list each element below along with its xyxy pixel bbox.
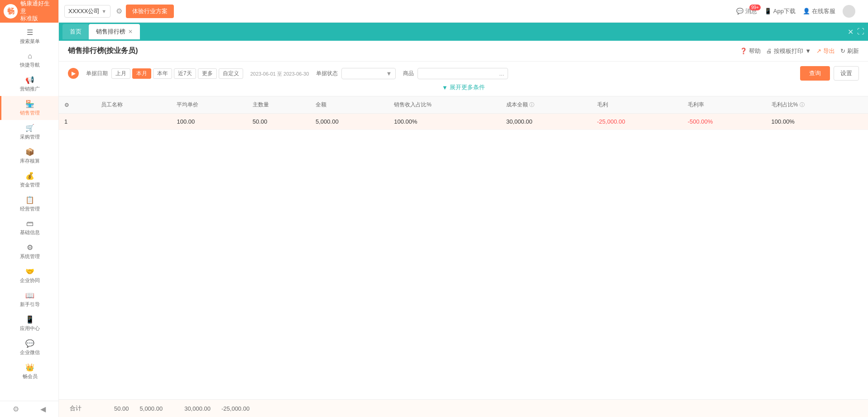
message-button[interactable]: 💬 消息 99+ (736, 7, 757, 15)
logo-text: 畅康通好生意 标准版 (20, 0, 55, 23)
this-month-btn[interactable]: 本月 (132, 68, 151, 79)
refresh-button[interactable]: ↻ 刷新 (840, 47, 859, 55)
sidebar-item-corp-wechat[interactable]: 💬 企业微信 (0, 336, 58, 359)
date-range-display: 2023-06-01 至 2023-06-30 (250, 71, 309, 77)
sidebar-item-operations[interactable]: 📋 经营管理 (0, 192, 58, 216)
goods-more-icon[interactable]: ... (499, 70, 504, 77)
sidebar-item-app-center[interactable]: 📱 应用中心 (0, 312, 58, 336)
sidebar-nav: ☰ 搜索菜单 ⌂ 快捷导航 📢 营销推广 🏪 销售管理 🛒 采购管理 📦 库存核… (0, 23, 58, 401)
sidebar-item-new-guide[interactable]: 📖 新手引导 (0, 288, 58, 312)
user-avatar[interactable] (843, 5, 855, 18)
sidebar-collapse-btn[interactable]: ◀ (40, 405, 46, 413)
date-filter-label: 单据日期 (86, 70, 108, 77)
company-name: XXXXX公司 (68, 7, 100, 15)
topbar-settings-icon[interactable]: ⚙ (116, 7, 122, 15)
quick-nav-icon: ⌂ (28, 52, 32, 60)
sidebar-footer: ⚙ ◀ (0, 401, 58, 417)
topbar: XXXXX公司 ▼ ⚙ 体验行业方案 💬 消息 99+ 📱 App下载 👤 在线… (59, 0, 868, 23)
app-download-button[interactable]: 📱 App下载 (764, 7, 796, 15)
footer-label: 合计 (64, 404, 87, 412)
custom-date-btn[interactable]: 自定义 (219, 68, 243, 79)
footer-gross: -25,000.00 (216, 405, 255, 412)
export-button[interactable]: ↗ 导出 (816, 47, 835, 55)
more-dates-btn[interactable]: 更多 (198, 68, 217, 79)
col-gross: 毛利 (592, 96, 682, 114)
message-icon: 💬 (736, 8, 743, 14)
main-content: XXXXX公司 ▼ ⚙ 体验行业方案 💬 消息 99+ 📱 App下载 👤 在线… (59, 0, 868, 417)
sidebar-item-finance[interactable]: 💰 资金管理 (0, 168, 58, 192)
sidebar-item-member[interactable]: 👑 畅会员 (0, 359, 58, 383)
page-header: 销售排行榜(按业务员) ❓ 帮助 🖨 按模板打印 ▼ ↗ 导出 ↻ 刷新 (59, 41, 868, 62)
date-filter-group: 单据日期 上月 本月 本年 近7天 更多 自定义 (86, 68, 243, 79)
sidebar-item-search-order[interactable]: ☰ 搜索菜单 (0, 24, 58, 48)
inventory-icon: 📦 (25, 148, 34, 156)
col-gross-rate: 毛利率 (682, 96, 766, 114)
online-service-button[interactable]: 👤 在线客服 (803, 7, 835, 15)
this-year-btn[interactable]: 本年 (153, 68, 172, 79)
help-icon: ❓ (740, 48, 747, 54)
col-settings[interactable]: ⚙ (59, 96, 96, 114)
sidebar-item-quick-nav[interactable]: ⌂ 快捷导航 (0, 48, 58, 72)
filter-expand-arrow[interactable]: ▶ (68, 68, 79, 79)
tabbar: 首页 销售排行榜 ✕ ✕ ⛶ (59, 23, 868, 41)
print-button[interactable]: 🖨 按模板打印 ▼ (766, 47, 811, 55)
cost-amount-info-icon[interactable]: ⓘ (529, 102, 534, 107)
app-download-icon: 📱 (764, 8, 772, 14)
footer-cost-amount: 30,000.00 (179, 405, 216, 412)
sidebar-item-inventory[interactable]: 📦 库存核算 (0, 144, 58, 168)
sidebar-item-corp-collab[interactable]: 🤝 企业协同 (0, 264, 58, 288)
goods-input[interactable]: ... (417, 68, 508, 79)
sidebar-item-system[interactable]: ⚙ 系统管理 (0, 240, 58, 264)
new-guide-icon: 📖 (25, 291, 34, 300)
col-name: 员工名称 (96, 96, 171, 114)
message-badge: 99+ (749, 5, 761, 10)
system-icon: ⚙ (27, 243, 33, 252)
goods-group: 商品 ... (403, 68, 508, 79)
last-month-btn[interactable]: 上月 (111, 68, 130, 79)
col-sales-pct: 销售收入占比% (388, 96, 501, 114)
search-order-icon: ☰ (27, 28, 33, 37)
sidebar-item-basic-info[interactable]: 🗃 基础信息 (0, 216, 58, 240)
tab-close-icon[interactable]: ✕ (128, 29, 133, 35)
table-wrap: ⚙ 员工名称 平均单价 主数量 全额 销售收入占比% 成本全额 ⓘ 毛利 毛利率… (59, 96, 868, 399)
print-chevron-icon: ▼ (805, 48, 811, 54)
trial-button[interactable]: 体验行业方案 (126, 5, 174, 18)
company-selector[interactable]: XXXXX公司 ▼ (64, 5, 110, 18)
gross-pct-info-icon[interactable]: ⓘ (800, 102, 805, 107)
col-main-qty: 主数量 (247, 96, 310, 114)
expand-conditions-btn[interactable]: ▼ 展开更多条件 (68, 83, 859, 91)
sidebar-item-sales[interactable]: 🏪 销售管理 (0, 96, 58, 120)
cell-main-qty: 50.00 (247, 114, 310, 130)
purchase-icon: 🛒 (25, 124, 34, 132)
settings-button[interactable]: 设置 (834, 66, 859, 81)
corp-wechat-icon: 💬 (25, 339, 34, 348)
sidebar-logo: 畅 畅康通好生意 标准版 (0, 0, 58, 23)
table-footer: 合计 50.00 5,000.00 30,000.00 -25,000.00 (59, 399, 868, 417)
sidebar-item-marketing[interactable]: 📢 营销推广 (0, 72, 58, 96)
sales-rank-table: ⚙ 员工名称 平均单价 主数量 全额 销售收入占比% 成本全额 ⓘ 毛利 毛利率… (59, 96, 868, 130)
tabbar-close-icon[interactable]: ✕ (848, 28, 854, 36)
tabbar-expand-icon[interactable]: ⛶ (857, 28, 864, 36)
col-cost-amount: 成本全额 ⓘ (501, 96, 592, 114)
cell-avg-price: 100.00 (171, 114, 247, 130)
cell-amount: 5,000.00 (310, 114, 388, 130)
doc-status-select[interactable]: ▼ (341, 68, 396, 79)
sidebar-settings-btn[interactable]: ⚙ (13, 405, 19, 413)
cell-gross-pct: 100.00% (766, 114, 868, 130)
date-buttons: 上月 本月 本年 近7天 更多 自定义 (111, 68, 243, 79)
cell-gross: -25,000.00 (592, 114, 682, 130)
query-button[interactable]: 查询 (800, 66, 830, 81)
sidebar-item-purchase[interactable]: 🛒 采购管理 (0, 120, 58, 144)
tab-home[interactable]: 首页 (62, 24, 89, 39)
col-gross-pct: 毛利占比% ⓘ (766, 96, 868, 114)
last-7days-btn[interactable]: 近7天 (174, 68, 196, 79)
sales-icon: 🏪 (25, 100, 34, 108)
marketing-icon: 📢 (25, 76, 34, 84)
cell-cost-amount: 30,000.00 (501, 114, 592, 130)
cell-rank: 1 (59, 114, 96, 130)
topbar-right: 💬 消息 99+ 📱 App下载 👤 在线客服 (736, 5, 863, 18)
help-button[interactable]: ❓ 帮助 (740, 47, 761, 55)
cell-sales-pct: 100.00% (388, 114, 501, 130)
tab-sales-rank[interactable]: 销售排行榜 ✕ (89, 24, 140, 39)
member-icon: 👑 (25, 363, 34, 372)
